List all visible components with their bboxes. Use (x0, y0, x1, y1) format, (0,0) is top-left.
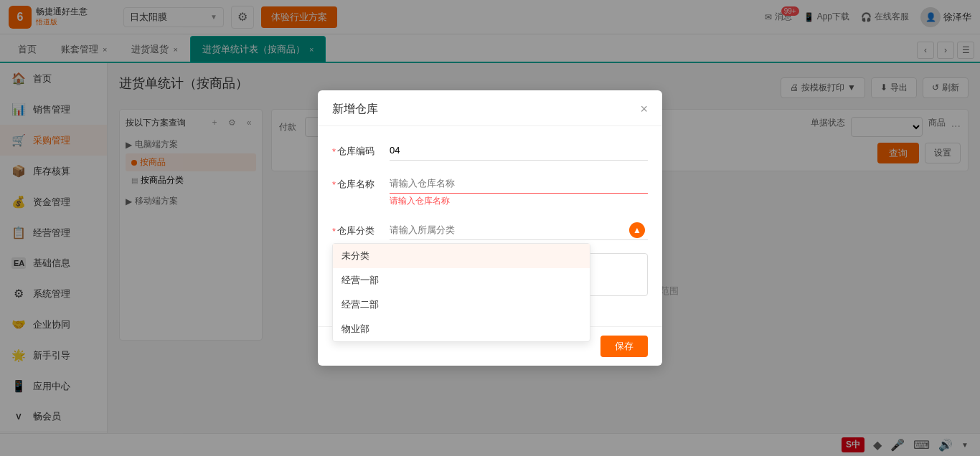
required-mark: * (332, 146, 336, 157)
modal-overlay[interactable]: 新增仓库 × * 仓库编码 * 仓库名称 (0, 0, 980, 456)
warehouse-name-control: 请输入仓库名称 (390, 174, 648, 207)
form-row-name: * 仓库名称 请输入仓库名称 (332, 174, 648, 207)
required-mark-cat: * (332, 226, 336, 237)
warehouse-name-error: 请输入仓库名称 (390, 195, 648, 207)
modal-body: * 仓库编码 * 仓库名称 请输入仓库名称 (318, 126, 662, 326)
form-row-category: * 仓库分类 ▲ 未分类 经营一部 经营二部 物业部 (332, 220, 648, 240)
required-mark-name: * (332, 179, 336, 190)
warehouse-code-input[interactable] (390, 141, 648, 161)
save-button[interactable]: 保存 (600, 336, 648, 357)
warehouse-code-control (390, 141, 648, 161)
modal-header: 新增仓库 × (318, 90, 662, 126)
category-dropdown-list: 未分类 经营一部 经营二部 物业部 (332, 243, 590, 342)
warehouse-code-label: * 仓库编码 (332, 141, 390, 158)
dropdown-item-ops2[interactable]: 经营二部 (333, 293, 590, 317)
dropdown-item-ops1[interactable]: 经营一部 (333, 268, 590, 293)
modal-title: 新增仓库 (332, 102, 378, 117)
category-dropdown-arrow[interactable]: ▲ (629, 222, 645, 238)
modal-close-button[interactable]: × (640, 102, 648, 117)
dropdown-item-uncategorized[interactable]: 未分类 (333, 244, 590, 268)
dropdown-item-property[interactable]: 物业部 (333, 317, 590, 341)
warehouse-category-input[interactable] (390, 220, 648, 240)
warehouse-category-label: * 仓库分类 (332, 220, 390, 237)
warehouse-category-control: ▲ 未分类 经营一部 经营二部 物业部 (390, 220, 648, 240)
warehouse-name-label: * 仓库名称 (332, 174, 390, 191)
warehouse-name-input[interactable] (390, 174, 648, 194)
new-warehouse-modal: 新增仓库 × * 仓库编码 * 仓库名称 (318, 90, 662, 366)
form-row-code: * 仓库编码 (332, 141, 648, 161)
